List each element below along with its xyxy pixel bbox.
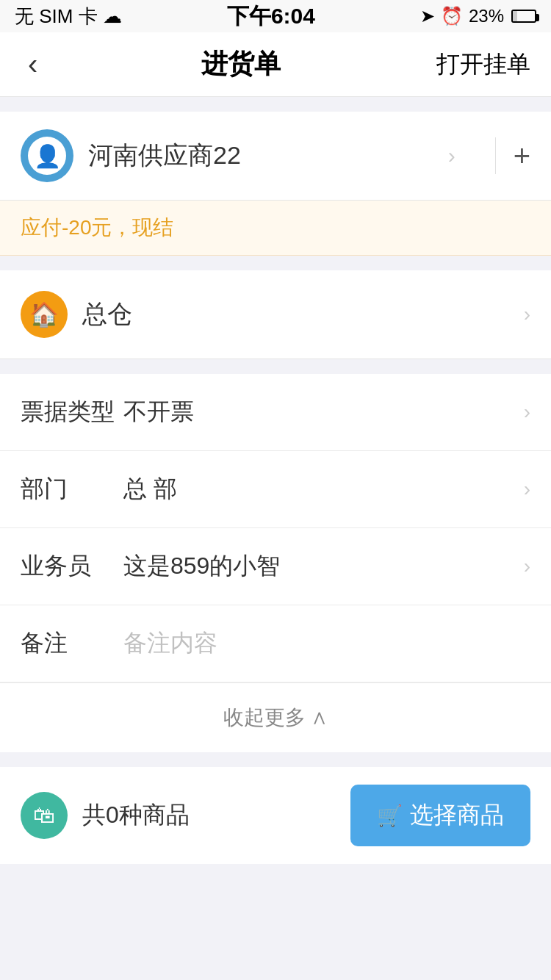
supplier-divider bbox=[495, 137, 496, 174]
alarm-icon: ⏰ bbox=[441, 6, 463, 26]
avatar-inner: 👤 bbox=[28, 137, 66, 175]
collapse-button[interactable]: 收起更多 ∧ bbox=[0, 682, 551, 752]
bottom-section-gap bbox=[0, 752, 551, 767]
section-gap-3 bbox=[0, 359, 551, 374]
status-bar: 无 SIM 卡 ☁ 下午6:04 ➤ ⏰ 23% bbox=[0, 0, 551, 32]
supplier-name: 河南供应商22 bbox=[88, 139, 448, 173]
alert-banner: 应付-20元，现结 bbox=[0, 201, 551, 256]
section-gap-1 bbox=[0, 97, 551, 112]
nav-bar: ‹ 进货单 打开挂单 bbox=[0, 32, 551, 97]
product-count-label: 共0种商品 bbox=[82, 799, 350, 832]
status-time: 下午6:04 bbox=[227, 1, 315, 32]
warehouse-name: 总仓 bbox=[82, 298, 524, 331]
remark-label: 备注 bbox=[21, 627, 123, 660]
open-pending-button[interactable]: 打开挂单 bbox=[436, 48, 530, 81]
warehouse-row[interactable]: 🏠 总仓 › bbox=[0, 270, 551, 359]
section-gap-2 bbox=[0, 256, 551, 270]
invoice-type-value: 不开票 bbox=[123, 396, 524, 428]
add-supplier-button[interactable]: + bbox=[514, 140, 530, 173]
back-button[interactable]: ‹ bbox=[21, 40, 45, 88]
salesperson-label: 业务员 bbox=[21, 550, 123, 583]
salesperson-row[interactable]: 业务员 这是859的小智 › bbox=[0, 528, 551, 605]
supplier-row[interactable]: 👤 河南供应商22 › + bbox=[0, 112, 551, 201]
status-left: 无 SIM 卡 ☁ bbox=[15, 4, 122, 29]
location-icon: ➤ bbox=[420, 6, 435, 26]
department-label: 部门 bbox=[21, 473, 123, 505]
signal-text: 无 SIM 卡 ☁ bbox=[15, 4, 122, 29]
department-row[interactable]: 部门 总 部 › bbox=[0, 451, 551, 528]
select-product-button[interactable]: 🛒 选择商品 bbox=[350, 785, 530, 846]
select-product-icon: 🛒 bbox=[377, 804, 403, 828]
supplier-avatar: 👤 bbox=[21, 129, 73, 182]
warehouse-icon-wrap: 🏠 bbox=[21, 291, 68, 338]
page-title: 进货单 bbox=[201, 46, 281, 82]
cart-icon: 🛍 bbox=[33, 803, 55, 828]
person-icon: 👤 bbox=[34, 143, 61, 169]
remark-row[interactable]: 备注 备注内容 bbox=[0, 605, 551, 682]
warehouse-chevron-icon: › bbox=[524, 303, 530, 326]
invoice-type-label: 票据类型 bbox=[21, 396, 123, 428]
warehouse-icon: 🏠 bbox=[29, 300, 59, 328]
status-right: ➤ ⏰ 23% bbox=[420, 6, 536, 26]
battery-text: 23% bbox=[469, 6, 504, 26]
supplier-chevron-icon: › bbox=[448, 143, 455, 168]
department-value: 总 部 bbox=[123, 473, 524, 505]
page-background bbox=[0, 864, 551, 980]
select-product-label: 选择商品 bbox=[410, 799, 504, 832]
remark-input[interactable]: 备注内容 bbox=[123, 627, 530, 660]
invoice-type-row[interactable]: 票据类型 不开票 › bbox=[0, 374, 551, 451]
form-section: 票据类型 不开票 › 部门 总 部 › 业务员 这是859的小智 › 备注 备注… bbox=[0, 374, 551, 752]
salesperson-value: 这是859的小智 bbox=[123, 550, 524, 583]
department-chevron-icon: › bbox=[524, 478, 530, 501]
invoice-type-chevron-icon: › bbox=[524, 400, 530, 424]
cart-icon-wrap: 🛍 bbox=[21, 792, 68, 839]
battery-icon bbox=[511, 10, 536, 23]
salesperson-chevron-icon: › bbox=[524, 555, 530, 578]
supplier-section: 👤 河南供应商22 › + 应付-20元，现结 bbox=[0, 112, 551, 256]
bottom-bar: 🛍 共0种商品 🛒 选择商品 bbox=[0, 767, 551, 864]
